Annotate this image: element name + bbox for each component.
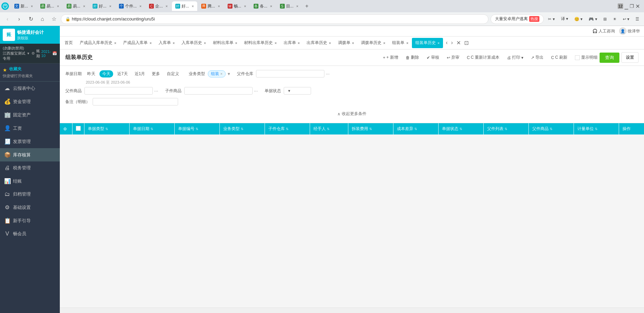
sidebar-item-guide[interactable]: 📋 新手引导 bbox=[0, 214, 60, 227]
col-disassemble-fee-sort[interactable]: 拆装费用 ⇅ bbox=[352, 126, 390, 132]
user-menu[interactable]: 👤 徐泽华 bbox=[619, 27, 640, 35]
minimize-button[interactable]: ⎯ bbox=[625, 3, 628, 10]
sidebar-item-settlement[interactable]: 📊 结账 bbox=[0, 174, 60, 188]
tab-transfer-close[interactable]: × bbox=[352, 41, 354, 45]
sidebar-item-settings[interactable]: ⚙ 基础设置 bbox=[0, 201, 60, 214]
undo-btn[interactable]: ↩ ▾ bbox=[621, 16, 631, 22]
delete-button[interactable]: 🗑 删除 bbox=[403, 53, 422, 62]
sidebar-item-inventory[interactable]: 📦 库存核算 bbox=[0, 148, 60, 161]
col-disassemble-fee[interactable]: 拆装费用 ⇅ bbox=[348, 123, 393, 134]
tab-transfer-history-close[interactable]: × bbox=[383, 41, 385, 45]
parent-goods-input[interactable] bbox=[84, 87, 153, 95]
game-btn[interactable]: 🎮 ▾ bbox=[587, 16, 599, 22]
bill-status-select[interactable]: ▾ bbox=[284, 87, 311, 95]
sidebar-item-invoice[interactable]: 🧾 发票管理 bbox=[0, 135, 60, 148]
custom-btn[interactable]: 自定义 bbox=[164, 70, 182, 77]
browser-tab-7[interactable]: 好 好... × bbox=[172, 1, 197, 11]
browser-tab-1[interactable]: 文 新... × bbox=[11, 1, 36, 11]
col-child-warehouse[interactable]: 子件仓库 ⇅ bbox=[265, 123, 310, 134]
sidebar-item-fund[interactable]: 💰 资金管理 bbox=[0, 95, 60, 108]
col-parent-list[interactable]: 父件列表 ⇅ bbox=[483, 123, 528, 134]
col-checkbox[interactable] bbox=[72, 123, 84, 134]
col-bill-no-sort[interactable]: 单据编号 ⇅ bbox=[178, 126, 216, 132]
scissors-btn[interactable]: ✂ ▾ bbox=[546, 16, 556, 22]
tab-assembly-close[interactable]: × bbox=[406, 41, 408, 45]
col-bill-type-sort[interactable]: 单据类型 ⇅ bbox=[88, 126, 126, 132]
col-settings[interactable]: ⚙ bbox=[60, 123, 72, 134]
collapse-button[interactable]: ∧ 收起更多条件 bbox=[335, 110, 369, 117]
calendar-icon[interactable]: 📅 bbox=[52, 51, 57, 56]
col-parent-list-sort[interactable]: 父件列表 ⇅ bbox=[487, 126, 525, 132]
tab-close-9[interactable]: × bbox=[244, 4, 246, 8]
add-button[interactable]: + + 新增 bbox=[380, 53, 401, 62]
tab-close-1[interactable]: × bbox=[31, 4, 33, 8]
tab-close-7[interactable]: × bbox=[192, 4, 194, 8]
more-btn[interactable]: 更多 bbox=[149, 70, 163, 77]
col-handler-sort[interactable]: 经手人 ⇅ bbox=[313, 126, 345, 132]
tab-next-btn[interactable]: › bbox=[450, 40, 454, 46]
col-bill-no[interactable]: 单据编号 ⇅ bbox=[174, 123, 219, 134]
tab-assembly-history[interactable]: 组装单历史 × bbox=[412, 38, 443, 48]
tab-material-out-history-close[interactable]: × bbox=[274, 41, 277, 45]
child-goods-more[interactable]: ··· bbox=[254, 88, 258, 94]
select-all-checkbox[interactable] bbox=[76, 126, 81, 131]
tab-in-history[interactable]: 入库单历史 × bbox=[178, 38, 209, 48]
tab-out-order-close[interactable]: × bbox=[298, 41, 300, 45]
tab-close-3[interactable]: × bbox=[83, 4, 85, 8]
assembly-tag-close[interactable]: × bbox=[220, 72, 222, 76]
tab-more-btn[interactable]: ⊡ bbox=[463, 40, 470, 46]
bottom-scrollbar[interactable] bbox=[60, 308, 644, 313]
col-handler[interactable]: 经手人 ⇅ bbox=[310, 123, 348, 134]
remarks-input[interactable] bbox=[93, 98, 178, 105]
audit-button[interactable]: ✔ 审核 bbox=[424, 53, 442, 62]
new-tab-button[interactable]: + bbox=[303, 3, 311, 9]
col-parent-goods[interactable]: 父件商品 ⇅ bbox=[528, 123, 574, 134]
sidebar-item-archive[interactable]: 🗂 归档管理 bbox=[0, 188, 60, 201]
browser-tab-8[interactable]: 腾 腾... × bbox=[198, 1, 223, 11]
reload-button[interactable]: ↻ bbox=[26, 14, 36, 24]
tab-out-history[interactable]: 出库单历史 × bbox=[303, 38, 334, 48]
tab-prev-btn[interactable]: ‹ bbox=[444, 40, 449, 46]
tab-close-2[interactable]: × bbox=[57, 4, 59, 8]
translate-btn[interactable]: 译 ▾ bbox=[559, 15, 570, 23]
forward-button[interactable]: › bbox=[14, 14, 24, 24]
tab-transfer[interactable]: 调拨单 × bbox=[335, 38, 358, 48]
today-btn[interactable]: 今天 bbox=[99, 70, 113, 77]
col-bill-status[interactable]: 单据状态 ⇅ bbox=[438, 123, 483, 134]
col-bill-type[interactable]: 单据类型 ⇅ bbox=[84, 123, 129, 134]
col-bill-date-sort[interactable]: 单据日期 ⇅ bbox=[133, 126, 171, 132]
service-btn[interactable]: 🎧 人工咨询 bbox=[592, 28, 615, 34]
tab-close-6[interactable]: × bbox=[165, 4, 167, 8]
browser-tab-10[interactable]: 各 各... × bbox=[250, 1, 276, 11]
recalc-button[interactable]: C C 重新计算成本 bbox=[464, 53, 502, 62]
col-biz-type-sort[interactable]: 业务类型 ⇅ bbox=[223, 126, 261, 132]
browser-tab-5[interactable]: 个 个件... × bbox=[116, 1, 145, 11]
last-month-btn[interactable]: 近1月 bbox=[132, 70, 148, 77]
menu-btn[interactable]: ☰ bbox=[633, 16, 641, 22]
col-cost-diff[interactable]: 成本差异 ⇅ bbox=[393, 123, 438, 134]
col-unit-sort[interactable]: 计量单位 ⇅ bbox=[577, 126, 615, 132]
col-child-warehouse-sort[interactable]: 子件仓库 ⇅ bbox=[268, 126, 306, 132]
abandon-button[interactable]: ↩ 弃审 bbox=[444, 53, 462, 62]
yesterday-btn[interactable]: 昨天 bbox=[84, 70, 98, 77]
last7-btn[interactable]: 近7天 bbox=[115, 70, 131, 77]
show-detail-check[interactable] bbox=[575, 55, 580, 60]
tab-produce-in-history[interactable]: 产成品入库单历史 × bbox=[76, 38, 120, 48]
query-button[interactable]: 查询 bbox=[600, 53, 619, 63]
print-button[interactable]: 🖨 打印 ▾ bbox=[504, 53, 526, 62]
child-goods-input[interactable] bbox=[184, 87, 253, 95]
col-cost-diff-sort[interactable]: 成本差异 ⇅ bbox=[397, 126, 435, 132]
tab-assembly-history-close[interactable]: × bbox=[438, 41, 440, 45]
tab-material-out[interactable]: 材料出库单 × bbox=[210, 38, 241, 48]
parent-warehouse-input[interactable] bbox=[256, 70, 324, 77]
col-unit[interactable]: 计量单位 ⇅ bbox=[574, 123, 619, 134]
parent-goods-more[interactable]: ··· bbox=[154, 88, 158, 94]
settings-icon[interactable]: ⚙ bbox=[31, 51, 35, 56]
back-button[interactable]: ‹ bbox=[3, 14, 12, 24]
tab-in-order-close[interactable]: × bbox=[173, 41, 175, 45]
tab-produce-in-history-close[interactable]: × bbox=[114, 41, 116, 45]
tab-transfer-history[interactable]: 调拨单历史 × bbox=[358, 38, 389, 48]
col-parent-goods-sort[interactable]: 父件商品 ⇅ bbox=[532, 126, 570, 132]
url-input[interactable]: 🔒 https://cloud.chanjet.com/accounting/u… bbox=[61, 14, 488, 24]
settings-button[interactable]: 设置 bbox=[621, 52, 639, 63]
